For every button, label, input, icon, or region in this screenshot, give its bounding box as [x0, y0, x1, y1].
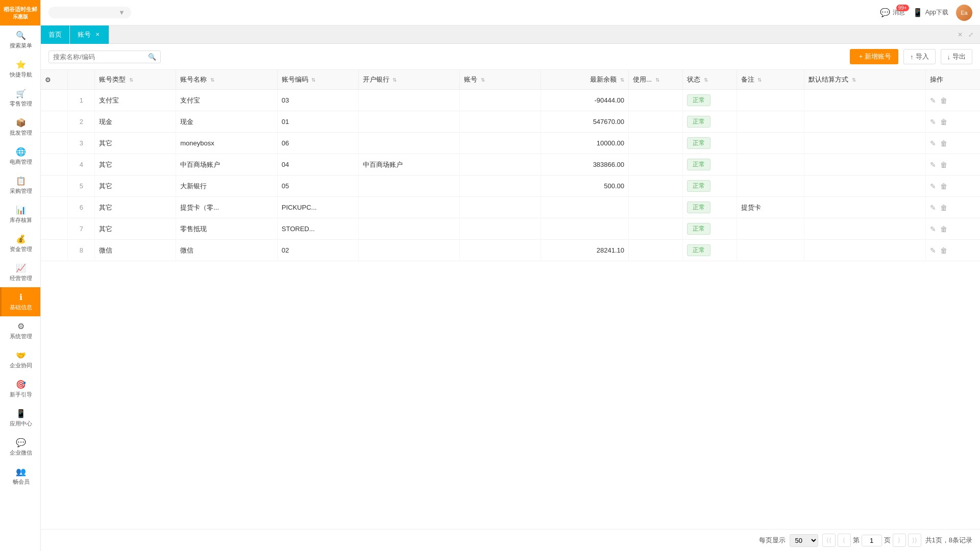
col-name-header[interactable]: 账号名称 ⇅	[176, 70, 278, 90]
row-account-4	[460, 176, 541, 197]
sidebar-item-wechat[interactable]: 💬企业微信	[0, 433, 40, 462]
row-delete-button-0[interactable]: 🗑	[940, 96, 947, 105]
row-edit-button-0[interactable]: ✎	[930, 96, 936, 105]
export-button[interactable]: ↓ 导出	[941, 49, 973, 64]
row-delete-button-3[interactable]: 🗑	[940, 161, 947, 169]
col-account-label: 账号	[464, 76, 477, 83]
window-close-icon[interactable]: ✕	[956, 31, 964, 39]
row-code-0: 03	[277, 90, 358, 111]
sidebar-item-wholesale[interactable]: 📦批发管理	[0, 113, 40, 142]
tab-account-close-icon[interactable]: ✕	[94, 31, 101, 38]
row-edit-button-4[interactable]: ✎	[930, 182, 936, 190]
sidebar-item-operation[interactable]: 📈经营管理	[0, 258, 40, 287]
sidebar-item-member[interactable]: 👥畅会员	[0, 462, 40, 491]
col-status-header[interactable]: 状态 ⇅	[682, 70, 737, 90]
sidebar-item-purchase[interactable]: 📋采购管理	[0, 171, 40, 200]
sidebar-item-quick-nav[interactable]: ⭐快捷导航	[0, 55, 40, 84]
col-bank-header[interactable]: 开户银行 ⇅	[358, 70, 460, 90]
app-logo: 稻谷适时生鲜乐惠版	[0, 0, 40, 26]
sidebar-label-inventory: 库存核算	[10, 216, 32, 224]
per-page-select[interactable]: 50 10 20 100	[790, 534, 818, 547]
row-use-0	[629, 90, 683, 111]
window-maximize-icon[interactable]: ⤢	[967, 31, 975, 39]
account-search-box[interactable]: 🔍	[48, 51, 161, 63]
row-type-3: 其它	[95, 154, 176, 176]
row-delete-button-1[interactable]: 🗑	[940, 118, 947, 126]
row-delete-button-6[interactable]: 🗑	[940, 225, 947, 233]
row-bank-6	[358, 218, 460, 240]
row-delete-button-4[interactable]: 🗑	[940, 182, 947, 190]
row-bank-1	[358, 111, 460, 133]
row-bank-7	[358, 240, 460, 261]
col-use-header[interactable]: 使用... ⇅	[629, 70, 683, 90]
topbar-search-box[interactable]: ▼	[48, 7, 131, 18]
row-account-5	[460, 197, 541, 218]
row-balance-6	[541, 218, 629, 240]
sidebar-label-purchase: 采购管理	[10, 187, 32, 195]
col-balance-label: 最新余额	[590, 76, 617, 83]
col-account-header[interactable]: 账号 ⇅	[460, 70, 541, 90]
row-settings-6	[41, 218, 68, 240]
row-edit-button-1[interactable]: ✎	[930, 118, 936, 126]
row-balance-4: 500.00	[541, 176, 629, 197]
row-edit-button-7[interactable]: ✎	[930, 246, 936, 255]
sidebar-item-basic[interactable]: ℹ基础信息	[0, 287, 40, 316]
tab-home[interactable]: 首页	[41, 26, 70, 44]
tab-account[interactable]: 账号 ✕	[70, 26, 109, 44]
col-note-header[interactable]: 备注 ⇅	[737, 70, 804, 90]
col-action-label: 操作	[930, 76, 943, 83]
col-default-header[interactable]: 默认结算方式 ⇅	[804, 70, 926, 90]
sidebar-item-search-menu[interactable]: 🔍搜索菜单	[0, 26, 40, 55]
last-page-button[interactable]: ⟩⟩	[908, 534, 921, 547]
row-name-7: 微信	[176, 240, 278, 261]
page-input[interactable]	[862, 535, 882, 546]
next-page-button[interactable]: ⟩	[893, 534, 906, 547]
sidebar-item-inventory[interactable]: 📊库存核算	[0, 200, 40, 229]
sidebar-icon-member: 👥	[16, 467, 26, 477]
col-name-label: 账号名称	[180, 76, 207, 83]
row-account-7	[460, 240, 541, 261]
import-button[interactable]: ↑ 导入	[903, 49, 936, 64]
account-search-input[interactable]	[53, 53, 145, 61]
user-avatar[interactable]: Ea	[956, 5, 972, 21]
topbar-search-input[interactable]	[55, 9, 116, 16]
col-type-header[interactable]: 账号类型 ⇅	[95, 70, 176, 90]
message-button[interactable]: 💬 消息 99+	[880, 8, 905, 17]
sidebar-item-agreement[interactable]: 🤝企业协同	[0, 345, 40, 374]
row-edit-button-2[interactable]: ✎	[930, 139, 936, 147]
first-page-button[interactable]: ⟨⟨	[822, 534, 836, 547]
sidebar-item-system[interactable]: ⚙系统管理	[0, 316, 40, 345]
accounts-table: ⚙ 账号类型 ⇅ 账号名称 ⇅ 账号编码 ⇅	[41, 70, 980, 261]
table-row: 1 支付宝 支付宝 03 -90444.00 正常 ✎ 🗑	[41, 90, 980, 111]
row-edit-button-5[interactable]: ✎	[930, 204, 936, 212]
row-code-2: 06	[277, 133, 358, 154]
row-status-5: 正常	[682, 197, 737, 218]
row-delete-button-5[interactable]: 🗑	[940, 204, 947, 212]
row-edit-button-6[interactable]: ✎	[930, 225, 936, 233]
row-edit-button-3[interactable]: ✎	[930, 161, 936, 169]
sidebar-icon-basic: ℹ	[19, 292, 22, 302]
col-note-label: 备注	[741, 76, 754, 83]
sidebar-item-finance[interactable]: 💰资金管理	[0, 229, 40, 258]
sidebar-label-app-center: 应用中心	[10, 420, 32, 428]
col-code-header[interactable]: 账号编码 ⇅	[277, 70, 358, 90]
sidebar-item-retail[interactable]: 🛒零售管理	[0, 84, 40, 113]
sidebar-item-app-center[interactable]: 📱应用中心	[0, 404, 40, 433]
app-download-button[interactable]: 📱 App下载	[913, 8, 948, 17]
table-row: 3 其它 moneybosx 06 10000.00 正常 ✎ 🗑	[41, 133, 980, 154]
row-delete-button-7[interactable]: 🗑	[940, 246, 947, 255]
sidebar-item-guide[interactable]: 🎯新手引导	[0, 374, 40, 404]
col-balance-header[interactable]: 最新余额 ⇅	[541, 70, 629, 90]
logo-text: 稻谷适时生鲜乐惠版	[4, 6, 37, 20]
prev-page-button[interactable]: ⟨	[838, 534, 851, 547]
row-delete-button-2[interactable]: 🗑	[940, 139, 947, 147]
row-action-3: ✎ 🗑	[926, 154, 980, 176]
col-settings-header[interactable]: ⚙	[41, 70, 68, 90]
sidebar-item-ecommerce[interactable]: 🌐电商管理	[0, 142, 40, 171]
add-account-button[interactable]: + 新增账号	[850, 49, 898, 64]
row-default-5	[804, 197, 926, 218]
sidebar-icon-retail: 🛒	[16, 89, 26, 98]
search-icon[interactable]: 🔍	[148, 53, 156, 61]
sidebar-label-wechat: 企业微信	[10, 449, 32, 457]
row-use-7	[629, 240, 683, 261]
